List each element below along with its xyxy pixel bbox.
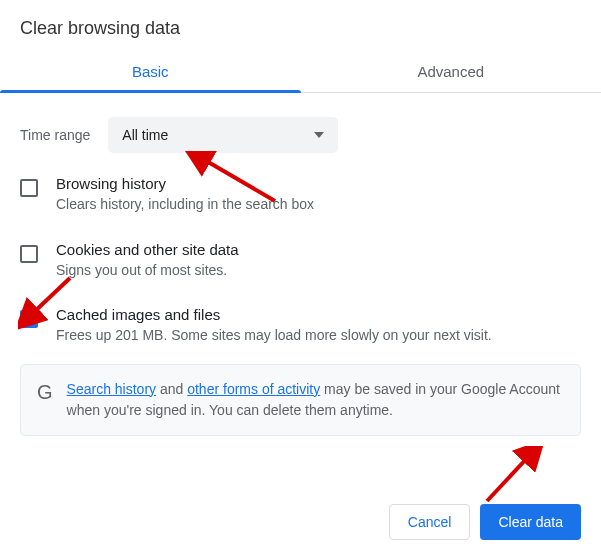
chevron-down-icon bbox=[314, 132, 324, 138]
google-logo-icon: G bbox=[37, 381, 53, 404]
time-range-value: All time bbox=[122, 127, 168, 143]
link-search-history[interactable]: Search history bbox=[67, 381, 156, 397]
option-title: Cookies and other site data bbox=[56, 241, 581, 258]
clear-data-button[interactable]: Clear data bbox=[480, 504, 581, 540]
time-range-select[interactable]: All time bbox=[108, 117, 338, 153]
annotation-arrow-icon bbox=[477, 446, 547, 506]
checkbox-browsing-history[interactable] bbox=[20, 179, 38, 197]
option-desc: Frees up 201 MB. Some sites may load mor… bbox=[56, 326, 581, 346]
tab-advanced[interactable]: Advanced bbox=[301, 49, 602, 92]
tab-basic[interactable]: Basic bbox=[0, 49, 301, 92]
option-cached: Cached images and files Frees up 201 MB.… bbox=[20, 306, 581, 346]
option-desc: Clears history, including in the search … bbox=[56, 195, 581, 215]
option-title: Cached images and files bbox=[56, 306, 581, 323]
checkbox-cached[interactable] bbox=[20, 310, 38, 328]
tabs: Basic Advanced bbox=[0, 49, 601, 93]
svg-line-5 bbox=[487, 456, 529, 501]
option-cookies: Cookies and other site data Signs you ou… bbox=[20, 241, 581, 281]
link-other-activity[interactable]: other forms of activity bbox=[187, 381, 320, 397]
info-box: G Search history and other forms of acti… bbox=[20, 364, 581, 436]
time-range-label: Time range bbox=[20, 127, 90, 143]
check-icon bbox=[22, 312, 36, 326]
time-range-row: Time range All time bbox=[20, 117, 581, 153]
info-text: Search history and other forms of activi… bbox=[67, 379, 564, 421]
dialog-title: Clear browsing data bbox=[0, 0, 601, 49]
option-desc: Signs you out of most sites. bbox=[56, 261, 581, 281]
cancel-button[interactable]: Cancel bbox=[389, 504, 471, 540]
option-title: Browsing history bbox=[56, 175, 581, 192]
dialog-buttons: Cancel Clear data bbox=[389, 504, 581, 540]
option-browsing-history: Browsing history Clears history, includi… bbox=[20, 175, 581, 215]
checkbox-cookies[interactable] bbox=[20, 245, 38, 263]
